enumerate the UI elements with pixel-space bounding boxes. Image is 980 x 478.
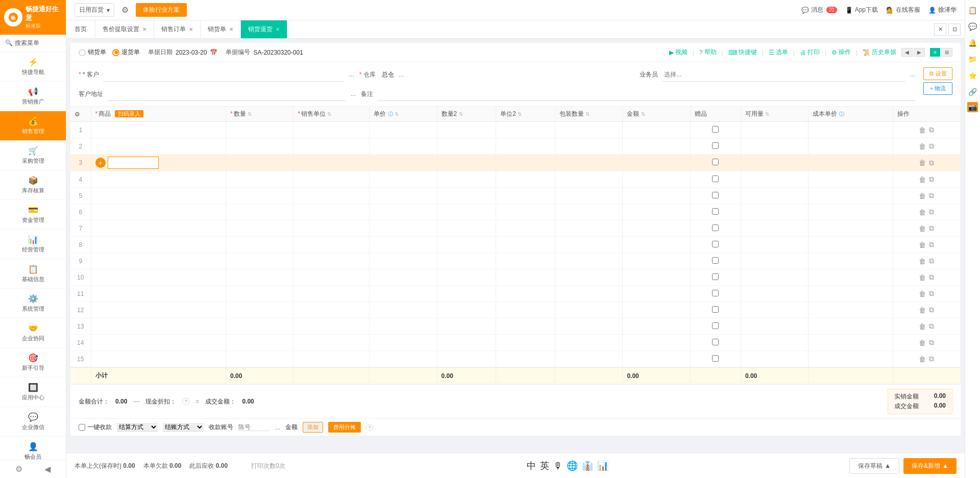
copy-row-btn-8[interactable]: ⧉ <box>929 240 934 249</box>
pack-qty-cell-15[interactable] <box>555 351 623 367</box>
cost-price-cell-15[interactable] <box>808 351 893 367</box>
gift-cell-10[interactable] <box>690 269 741 286</box>
qty2-cell-5[interactable] <box>437 188 496 204</box>
sidebar-item-operations[interactable]: 📊 经营管理 <box>0 230 66 259</box>
toolbar-operation[interactable]: ⚙ 操作 <box>831 48 851 57</box>
cost-price-cell-8[interactable] <box>808 237 893 253</box>
qty2-cell-6[interactable] <box>437 204 496 220</box>
unit2-cell-15[interactable] <box>496 351 555 367</box>
qty-cell-3[interactable] <box>226 155 293 171</box>
delete-row-btn-7[interactable]: 🗑 <box>919 224 926 233</box>
amount-cell-1[interactable] <box>623 122 690 138</box>
qty2-cell-4[interactable] <box>437 171 496 188</box>
cost-price-cell-13[interactable] <box>808 318 893 335</box>
cost-price-cell-12[interactable] <box>808 302 893 318</box>
copy-row-btn-12[interactable]: ⧉ <box>929 306 934 314</box>
gift-check-7[interactable] <box>712 224 719 231</box>
unit2-cell-14[interactable] <box>496 335 555 351</box>
amount-cell-5[interactable] <box>623 188 690 204</box>
icon6[interactable]: 📊 <box>597 460 608 471</box>
amount-cell-7[interactable] <box>623 220 690 237</box>
gift-check-9[interactable] <box>712 257 719 264</box>
unit-price-cell-5[interactable] <box>370 188 437 204</box>
unit2-cell-11[interactable] <box>496 286 555 302</box>
qty2-cell-2[interactable] <box>437 138 496 155</box>
delete-row-btn-10[interactable]: 🗑 <box>919 273 926 282</box>
qty-sort-icon[interactable]: ⇅ <box>248 111 252 117</box>
unit-price-cell-13[interactable] <box>370 318 437 335</box>
qty-cell-15[interactable] <box>226 351 293 367</box>
sale-unit-cell-1[interactable] <box>293 122 370 138</box>
tab-sale-delivery-close[interactable]: ✕ <box>229 27 233 32</box>
save-draft-btn[interactable]: 保存草稿 ▲ <box>849 458 899 474</box>
sale-unit-cell-5[interactable] <box>293 188 370 204</box>
qty-cell-8[interactable] <box>226 237 293 253</box>
gift-cell-6[interactable] <box>690 204 741 220</box>
unit-price-cell-6[interactable] <box>370 204 437 220</box>
delete-row-btn-11[interactable]: 🗑 <box>919 290 926 298</box>
qty-cell-9[interactable] <box>226 253 293 269</box>
sale-unit-cell-14[interactable] <box>293 335 370 351</box>
pack-qty-cell-2[interactable] <box>555 138 623 155</box>
gift-cell-11[interactable] <box>690 286 741 302</box>
toolbar-select[interactable]: ☰ 选单 <box>769 48 788 57</box>
icon4[interactable]: 🌐 <box>567 460 578 471</box>
unit2-cell-10[interactable] <box>496 269 555 286</box>
restore-btn[interactable]: ⊡ <box>948 23 961 36</box>
product-input-3[interactable] <box>108 157 159 169</box>
qty2-cell-11[interactable] <box>437 286 496 302</box>
product-cell-9[interactable] <box>91 253 226 269</box>
date-value[interactable]: 2023-03-20 <box>176 49 207 56</box>
product-cell-10[interactable] <box>91 269 226 286</box>
product-cell-8[interactable] <box>91 237 226 253</box>
close-all-btn[interactable]: ✕ <box>934 23 946 36</box>
right-icon-5[interactable]: ⭐ <box>966 69 979 82</box>
amount-cell-15[interactable] <box>623 351 690 367</box>
amount-cell-11[interactable] <box>623 286 690 302</box>
nav-prev[interactable]: ◀ <box>901 48 913 57</box>
gift-check-1[interactable] <box>712 126 719 133</box>
pack-qty-cell-14[interactable] <box>555 335 623 351</box>
cost-price-cell-14[interactable] <box>808 335 893 351</box>
address-input[interactable] <box>107 87 346 101</box>
account-input[interactable] <box>238 423 269 431</box>
copy-row-btn-3[interactable]: ⧉ <box>929 159 934 167</box>
gift-cell-4[interactable] <box>690 171 741 188</box>
customer-dots-btn[interactable]: ... <box>349 71 354 78</box>
qty-cell-6[interactable] <box>226 204 293 220</box>
qty2-cell-15[interactable] <box>437 351 496 367</box>
pack-qty-cell-10[interactable] <box>555 269 623 286</box>
product-cell-6[interactable] <box>91 204 226 220</box>
toolbar-shortcut[interactable]: ⌨ 快捷键 <box>728 48 757 57</box>
available-cell-7[interactable] <box>741 220 808 237</box>
gift-cell-12[interactable] <box>690 302 741 318</box>
cost-price-cell-7[interactable] <box>808 220 893 237</box>
account-dots-btn[interactable]: ... <box>275 424 280 431</box>
right-icon-1[interactable]: 📋 <box>966 4 979 16</box>
pack-qty-cell-6[interactable] <box>555 204 623 220</box>
unit2-cell-12[interactable] <box>496 302 555 318</box>
online-service-btn[interactable]: 💁 在线客服 <box>886 6 920 14</box>
delete-row-btn-13[interactable]: 🗑 <box>919 322 926 331</box>
product-cell-1[interactable] <box>91 122 226 138</box>
view-grid-btn[interactable]: ⊞ <box>941 48 952 57</box>
cost-price-cell-9[interactable] <box>808 253 893 269</box>
sidebar-item-wechat[interactable]: 💬 企业微信 <box>0 407 66 437</box>
gift-check-5[interactable] <box>712 192 719 198</box>
gift-cell-14[interactable] <box>690 335 741 351</box>
gift-check-13[interactable] <box>712 322 719 329</box>
cash-discount-help[interactable]: ? <box>182 398 189 405</box>
amount-cell-2[interactable] <box>623 138 690 155</box>
unit-price-cell-15[interactable] <box>370 351 437 367</box>
delete-row-btn-3[interactable]: 🗑 <box>919 159 926 167</box>
icon3[interactable]: 🎙 <box>553 461 562 471</box>
pack-qty-sort-icon[interactable]: ⇅ <box>585 111 590 117</box>
cost-price-cell-2[interactable] <box>808 138 893 155</box>
sale-unit-cell-15[interactable] <box>293 351 370 367</box>
settings-btn[interactable]: ⚙ 设置 <box>923 67 952 80</box>
unit2-cell-4[interactable] <box>496 171 555 188</box>
sidebar-item-newbie[interactable]: 🎯 新手引导 <box>0 348 66 378</box>
radio-sale[interactable]: 销货单 <box>79 48 106 57</box>
gift-check-12[interactable] <box>712 306 719 313</box>
unit2-sort-icon[interactable]: ⇅ <box>518 111 522 117</box>
